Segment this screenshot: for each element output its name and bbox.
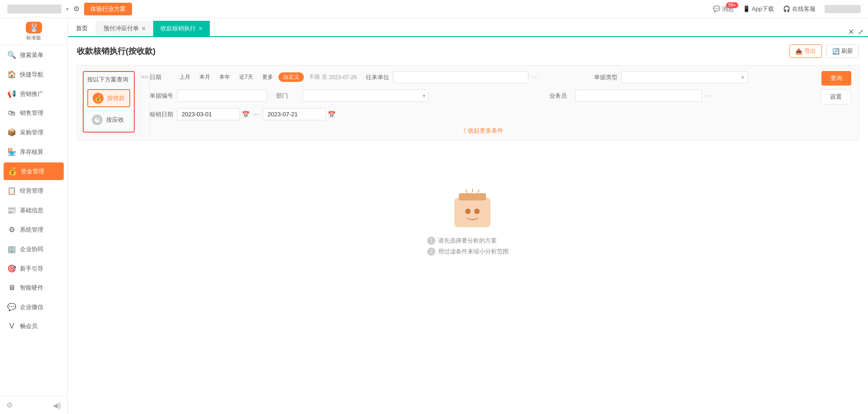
tab-home[interactable]: 首页 [68, 21, 96, 36]
tab-prepay-offset[interactable]: 预付冲应付单 ✕ [96, 21, 153, 36]
tab-prepay-offset-close[interactable]: ✕ [142, 26, 146, 32]
filter-row-3: 核销日期 📅 — 📅 [150, 108, 813, 120]
voucher-type-select[interactable] [621, 71, 748, 83]
filter-row-2: 单据编号 部门 [150, 90, 813, 102]
tab-receivable-offset-close[interactable]: ✕ [198, 26, 203, 32]
topbar-online-service[interactable]: 🎧 在线客服 [783, 5, 816, 13]
sidebar-item-corp[interactable]: 🏢 企业协同 [0, 239, 67, 259]
guide-icon: 🎯 [7, 264, 16, 273]
marketing-icon: 📢 [7, 90, 16, 98]
refresh-button[interactable]: 🔄 刷新 [826, 44, 859, 58]
sidebar-bottom: ⚙ ◀‖ [0, 396, 67, 414]
topbar-user-avatar[interactable] [825, 5, 861, 13]
date-start-display: 2023-07-26 [329, 74, 357, 81]
tab-receivable-offset[interactable]: 收款核销执行 ✕ [153, 21, 210, 36]
sidebar-item-label: 经营管理 [20, 187, 43, 195]
empty-tips: 1 请先选择要分析的方案 2 用过滤条件来缩小分析范围 [427, 237, 509, 258]
sidebar-item-marketing[interactable]: 📢 营销推广 [0, 84, 67, 104]
sidebar-item-search-menu[interactable]: 🔍 搜索菜单 [0, 45, 67, 65]
receipt-option-icon: 💰 [93, 93, 104, 104]
sidebar-item-quick-nav[interactable]: 🏠 快捷导航 [0, 65, 67, 84]
sidebar-item-business[interactable]: 📋 经营管理 [0, 181, 67, 200]
tip-1-text: 请先选择要分析的方案 [438, 237, 497, 245]
date-btn-more[interactable]: 更多 [259, 72, 277, 82]
date-btn-last-month[interactable]: 上月 [176, 72, 194, 82]
dept-select[interactable] [302, 90, 429, 102]
svg-point-3 [474, 209, 480, 214]
date-btn-last-7-days[interactable]: 近7天 [236, 72, 257, 82]
industry-solution-button[interactable]: 体验行业方案 [84, 3, 132, 15]
verify-date-start-calendar-icon[interactable]: 📅 [242, 111, 250, 118]
verify-date-end-calendar-icon[interactable]: 📅 [328, 111, 335, 118]
staff-input[interactable] [576, 90, 702, 102]
voucher-no-input[interactable] [177, 90, 267, 102]
topbar-message[interactable]: 💬 消息 99+ [713, 5, 734, 13]
filter-row-1: 日期 上月 本月 本年 近7天 更多 自定义 [150, 71, 813, 83]
home-icon: 🏠 [7, 70, 16, 79]
sidebar-item-smart-hw[interactable]: 🖥 智能硬件 [0, 278, 67, 297]
tip-1-number: 1 [427, 237, 435, 245]
counterpart-input[interactable] [393, 71, 528, 83]
verify-date-start-wrap: 📅 [177, 108, 250, 120]
filter-panel: 按以下方案查询 💰 按收款 🕐 按应收 [77, 65, 859, 141]
smart-hw-icon: 🖥 [7, 284, 16, 292]
topbar-left: ▾ ⚙ 体验行业方案 [7, 3, 132, 15]
sidebar-item-finance[interactable]: 💰 资金管理 [4, 162, 64, 180]
verify-date-separator: — [253, 111, 259, 118]
page-title: 收款核销执行(按收款) [77, 46, 156, 57]
verify-date-end-input[interactable] [263, 108, 326, 120]
sidebar-item-sales[interactable]: 🛍 销售管理 [0, 104, 67, 123]
sidebar-item-guide[interactable]: 🎯 新手引导 [0, 259, 67, 278]
collapse-more-button[interactable]: 《 收起更多条件 [150, 127, 813, 135]
svg-rect-1 [459, 193, 486, 200]
sidebar-collapse-button[interactable]: ◀‖ [53, 402, 61, 409]
tab-bar: 首页 预付冲应付单 ✕ 收款核销执行 ✕ ✕ ⤢ [68, 18, 868, 37]
sidebar-item-label: 企业协同 [20, 245, 43, 253]
filter-collapse-button[interactable]: «» [141, 71, 150, 135]
date-btn-custom[interactable]: 自定义 [278, 72, 304, 82]
sidebar-item-wechat[interactable]: 💬 企业微信 [0, 297, 67, 317]
wechat-icon: 💬 [7, 303, 16, 311]
topbar-gear-icon[interactable]: ⚙ [73, 5, 80, 13]
filter-query-area: 日期 上月 本月 本年 近7天 更多 自定义 [150, 71, 859, 135]
topbar-dropdown-arrow[interactable]: ▾ [66, 6, 69, 12]
page-header: 收款核销执行(按收款) 📤 导出 🔄 刷新 [77, 44, 859, 58]
export-button[interactable]: 📤 导出 [789, 44, 822, 58]
voucher-type-select-wrap [621, 71, 748, 83]
date-btn-this-month[interactable]: 本月 [196, 72, 214, 82]
sidebar-items: 🔍 搜索菜单 🏠 快捷导航 📢 营销推广 🛍 销售管理 📦 采购管理 🏪 [0, 45, 67, 396]
query-button[interactable]: 查询 [821, 71, 851, 86]
filter-panel-title: 按以下方案查询 [87, 76, 130, 84]
topbar-app-download[interactable]: 📱 App下载 [743, 5, 774, 13]
counterpart-more-icon[interactable]: ··· [532, 73, 538, 81]
filter-fields: 日期 上月 本月 本年 近7天 更多 自定义 [150, 71, 813, 135]
sidebar-item-system[interactable]: ⚙ 系统管理 [0, 220, 67, 239]
query-buttons: 查询 设置 [813, 71, 859, 105]
page-content: 收款核销执行(按收款) 📤 导出 🔄 刷新 [68, 37, 868, 414]
tip-2-text: 用过滤条件来缩小分析范围 [438, 247, 509, 256]
receivable-option-label: 按应收 [106, 116, 124, 124]
date-btn-this-year[interactable]: 本年 [216, 72, 234, 82]
sidebar-item-member[interactable]: V 畅会员 [0, 317, 67, 336]
verify-date-start-input[interactable] [177, 108, 240, 120]
sidebar-item-inventory[interactable]: 🏪 库存核算 [0, 142, 67, 162]
voucher-type-label: 单据类型 [594, 73, 618, 81]
sidebar-item-basic-info[interactable]: 📰 基础信息 [0, 200, 67, 220]
message-badge: 99+ [726, 2, 738, 8]
filter-option-by-receipt[interactable]: 💰 按收款 [87, 89, 130, 107]
empty-tip-2: 2 用过滤条件来缩小分析范围 [427, 247, 509, 256]
basic-info-icon: 📰 [7, 206, 16, 214]
main-layout: 🐰 标准版 🔍 搜索菜单 🏠 快捷导航 📢 营销推广 🛍 销售管理 📦 [0, 18, 868, 414]
filter-option-by-receivable[interactable]: 🕐 按应收 [87, 112, 130, 128]
sidebar-item-label: 基础信息 [20, 206, 43, 214]
filter-settings-button[interactable]: 设置 [821, 89, 851, 105]
sidebar-item-label: 搜索菜单 [20, 51, 43, 59]
tab-close-all-icon[interactable]: ✕ [848, 28, 854, 36]
sidebar-item-label: 企业微信 [20, 303, 43, 311]
tab-expand-icon[interactable]: ⤢ [858, 28, 863, 36]
tab-receivable-offset-label: 收款核销执行 [160, 24, 196, 33]
topbar: ▾ ⚙ 体验行业方案 💬 消息 99+ 📱 App下载 🎧 在线客服 [0, 0, 868, 18]
staff-more-icon[interactable]: ··· [706, 92, 712, 100]
sidebar-settings-button[interactable]: ⚙ [6, 401, 13, 409]
sidebar-item-purchase[interactable]: 📦 采购管理 [0, 123, 67, 142]
